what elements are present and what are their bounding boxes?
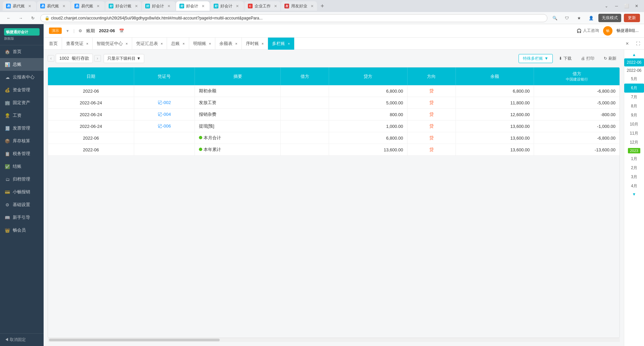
consult-button[interactable]: 🎧 人工咨询 [577,28,599,34]
tab-4[interactable]: 好 好会计账 ✕ [105,1,141,11]
tab-7[interactable]: 好 好会计 ✕ [210,1,244,11]
tab-close-1[interactable]: ✕ [28,4,31,8]
forward-button[interactable]: → [16,13,25,23]
tab-close-2[interactable]: ✕ [62,4,65,8]
back-button[interactable]: ← [4,13,13,23]
sidebar-item-settle[interactable]: ✅ 结账 [0,160,44,173]
tab-balance-close[interactable]: × [235,42,237,46]
expand-button[interactable]: ⛶ [633,39,643,48]
tab-close-8[interactable]: ✕ [274,4,277,8]
refresh-button[interactable]: ↻ 刷新 [600,54,620,63]
date-item-august[interactable]: 8月 [624,102,644,111]
date-item-july[interactable]: 7月 [624,93,644,102]
tab-close-6[interactable]: ✕ [202,4,205,8]
sidebar-item-invoice[interactable]: 🧾 发票管理 [0,122,44,135]
tab-detail-ledger[interactable]: 明细账 × [189,38,215,50]
demo-dropdown-arrow[interactable]: ▼ [66,29,69,33]
tab-close-3[interactable]: ✕ [97,4,100,8]
date-item-december[interactable]: 12月 [624,138,644,147]
calendar-icon[interactable]: 📅 [119,29,124,33]
date-scroll-up[interactable]: ▲ [624,51,644,58]
settings-gear-icon[interactable]: ⚙ [78,29,82,33]
tab-close-7[interactable]: ✕ [236,4,239,8]
download-button[interactable]: ⬇ 下载 [555,54,575,63]
date-item-2022-06-2[interactable]: 2022-06 [624,66,644,75]
sidebar-item-vip[interactable]: 👑 畅会员 [0,224,44,237]
incognito-button[interactable]: 无痕模式 [598,14,621,22]
minimize-button[interactable]: ─ [612,1,621,11]
tab-1[interactable]: 易 易代账 ✕ [3,1,36,11]
sidebar-item-home[interactable]: 🏠 首页 [0,45,44,58]
sidebar-item-expense[interactable]: 💳 小畅报销 [0,186,44,198]
voucher-link[interactable]: 记-006 [158,123,171,129]
sidebar-item-archive[interactable]: 🗂 归档管理 [0,173,44,186]
new-tab-button[interactable]: + [318,1,327,11]
sidebar-item-fund[interactable]: 💰 资金管理 [0,84,44,96]
tab-general-ledger[interactable]: 总账 × [167,38,189,50]
tab-2[interactable]: 易 易代账 ✕ [37,1,70,11]
date-item-may[interactable]: 5月 [624,75,644,84]
tab-9[interactable]: 友 用友好业 ✕ [281,1,317,11]
unpin-button[interactable]: ◀ 取消固定 [0,333,44,346]
sidebar-item-wage[interactable]: 👷 工资 [0,109,44,122]
horizontal-scrollbar[interactable] [48,338,620,342]
tab-voucher-summary-close[interactable]: × [161,42,163,46]
search-button[interactable]: 🔍 [550,13,559,23]
prev-account-button[interactable]: ‹ [48,55,54,62]
url-bar[interactable]: 🔒 cloud2.chanjet.com/accounting/uh26t264… [40,14,547,22]
restore-button[interactable]: ⬜ [622,1,631,11]
sidebar-item-asset[interactable]: 🏢 固定资产 [0,96,44,109]
tab-sequence[interactable]: 序时账 × [242,38,268,50]
tab-view-voucher-close[interactable]: × [86,42,88,46]
reload-button[interactable]: ↻ [28,13,38,23]
date-item-june[interactable]: 6月 [624,84,644,93]
date-scroll-down[interactable]: ▼ [624,191,644,198]
tab-detail-ledger-close[interactable]: × [209,42,211,46]
tab-smart-voucher-close[interactable]: × [125,42,127,46]
tab-6[interactable]: 好 好会计 ✕ [176,1,210,11]
sidebar-item-report[interactable]: ☁ 云报表中心 [0,71,44,84]
tab-list-button[interactable]: ⌄ [602,1,611,11]
sidebar-item-settings[interactable]: ⚙ 基础设置 [0,198,44,211]
date-item-apr-2023[interactable]: 4月 [624,182,644,191]
sidebar-item-guide[interactable]: 📖 新手引导 [0,211,44,224]
tab-close-4[interactable]: ✕ [135,4,138,8]
sidebar-item-tax[interactable]: 📋 税务管理 [0,147,44,160]
shield-button[interactable]: 🛡 [562,13,572,23]
sidebar-item-inventory[interactable]: 📦 库存核算 [0,135,44,147]
collapse-left-button[interactable]: ✕ [623,39,632,48]
date-item-jan-2023[interactable]: 1月 [624,154,644,163]
date-item-2022-06-1[interactable]: 2022-06 [624,58,644,66]
special-multi-column-button[interactable]: 特殊多栏账 ▼ [519,54,553,63]
profile-button[interactable]: 👤 [586,13,596,23]
year-2023-badge[interactable]: 2023 [628,148,640,153]
voucher-link[interactable]: 记-002 [158,100,171,105]
tab-8[interactable]: C 企业工作 ✕ [245,1,280,11]
tab-smart-voucher[interactable]: 智能凭证中心 × [93,38,132,50]
date-item-feb-2023[interactable]: 2月 [624,163,644,172]
tab-voucher-summary[interactable]: 凭证汇总表 × [132,38,167,50]
tab-home[interactable]: 首页 [45,38,62,50]
tab-balance[interactable]: 余额表 × [215,38,241,50]
sidebar-item-ledger[interactable]: 📊 总账 [0,58,44,71]
voucher-link[interactable]: 记-004 [158,112,171,117]
filter-dropdown[interactable]: 只显示下级科目 ▼ [104,54,145,63]
next-account-button[interactable]: › [94,55,101,62]
tab-multi-column[interactable]: 多栏账 × [268,38,294,50]
date-item-november[interactable]: 11月 [624,129,644,138]
bookmark-button[interactable]: ★ [574,13,584,23]
date-item-mar-2023[interactable]: 3月 [624,172,644,182]
tab-close-5[interactable]: ✕ [167,4,170,8]
tab-view-voucher[interactable]: 查看凭证 × [62,38,93,50]
tab-3[interactable]: 易 易代账 ✕ [71,1,105,11]
tab-multi-column-close[interactable]: × [288,42,290,46]
print-button[interactable]: 🖨 打印 [578,54,598,63]
date-item-october[interactable]: 10月 [624,120,644,129]
close-button[interactable]: ✕ [632,1,641,11]
update-button[interactable]: 更新 [624,14,640,22]
tab-general-ledger-close[interactable]: × [182,42,184,46]
tab-5[interactable]: 好 好会计 ✕ [142,1,175,11]
tab-sequence-close[interactable]: × [262,42,264,46]
date-item-september[interactable]: 9月 [624,111,644,120]
tab-close-9[interactable]: ✕ [311,4,314,8]
